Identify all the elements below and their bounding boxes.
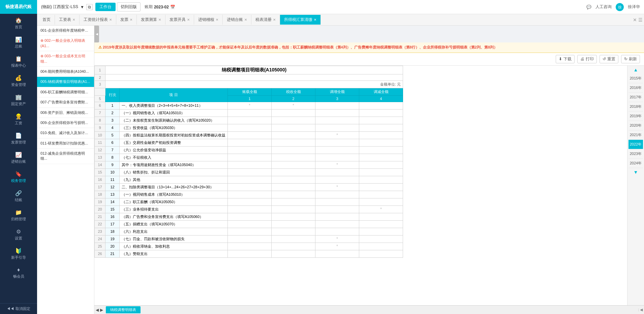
tab-home[interactable]: 首页 [38, 15, 55, 25]
row-c3-12[interactable] [315, 191, 359, 198]
row-c2-10[interactable] [272, 176, 315, 183]
row-c4-16[interactable] [359, 220, 403, 228]
row-c3-17[interactable] [315, 228, 359, 235]
row-c3-9[interactable] [315, 168, 359, 176]
calendar-icon[interactable]: 📅 [170, 5, 175, 9]
row-c3-11[interactable]: * [315, 183, 359, 191]
tab-close-icon-active[interactable]: ✕ [314, 18, 316, 22]
row-c4-10[interactable] [359, 176, 403, 183]
tab-invoice-open[interactable]: 发票开具✕ [165, 15, 194, 25]
left-panel-item-10[interactable]: 011-研发费用加计扣除优惠... [37, 138, 94, 149]
row-c3-15[interactable] [315, 213, 359, 220]
consult-label[interactable]: 人工咨询 [595, 4, 612, 10]
row-c3-4[interactable]: * [315, 131, 359, 139]
row-c3-0[interactable] [315, 102, 359, 109]
row-c2-2[interactable] [272, 117, 315, 124]
tab-invoice[interactable]: 发票✕ [116, 15, 137, 25]
row-c2-8[interactable] [272, 161, 315, 168]
row-c2-16[interactable] [272, 220, 315, 228]
left-panel-item-2[interactable]: ⊗ 003-一般企业成本支出明细... [37, 51, 94, 67]
left-panel-item-6[interactable]: 007-广告费和业务宣传费附... [37, 97, 94, 107]
row-c4-19[interactable] [359, 243, 403, 250]
tab-close-icon[interactable]: ✕ [216, 18, 218, 22]
sidebar-item-assets[interactable]: 🏢 固定资产 [0, 91, 37, 110]
tab-menu-icon[interactable]: ☰ [638, 17, 643, 23]
year-item-2015年[interactable]: 2015年 [628, 74, 643, 83]
row-c4-5[interactable] [359, 139, 403, 146]
sidebar-item-guide[interactable]: 🔰 新手引导 [0, 244, 37, 263]
row-c1-17[interactable] [228, 228, 272, 235]
year-item-2018年[interactable]: 2018年 [628, 102, 643, 112]
row-c2-14[interactable] [272, 206, 315, 213]
sidebar-item-archive[interactable]: 📁 归档管理 [0, 206, 37, 225]
row-c3-20[interactable] [315, 250, 359, 257]
tab-close-icon[interactable]: ✕ [273, 18, 276, 22]
row-c1-19[interactable] [228, 243, 272, 250]
row-c1-3[interactable] [228, 124, 272, 131]
left-panel-item-0[interactable]: 001-企业所得税年度纳税申... [37, 26, 94, 36]
tab-close-icon[interactable]: ✕ [109, 18, 112, 22]
row-c4-0[interactable] [359, 102, 403, 109]
row-c1-13[interactable] [228, 198, 272, 206]
row-c2-20[interactable] [272, 250, 315, 257]
tab-close-all-icon[interactable]: ✕ [633, 17, 637, 23]
row-c1-12[interactable] [228, 191, 272, 198]
row-c4-1[interactable] [359, 109, 403, 117]
row-c3-19[interactable]: * [315, 243, 359, 250]
row-c3-10[interactable] [315, 176, 359, 183]
row-c4-14[interactable]: * [359, 206, 403, 213]
row-c2-4[interactable] [272, 131, 315, 139]
row-c2-3[interactable] [272, 124, 315, 131]
row-c1-18[interactable] [228, 235, 272, 243]
row-c4-7[interactable] [359, 154, 403, 161]
year-item-2021年[interactable]: 2021年 [628, 130, 643, 140]
year-up-button[interactable]: ▲ [632, 66, 640, 74]
year-item-2024年[interactable]: 2024年 [628, 159, 643, 168]
row-c3-7[interactable] [315, 154, 359, 161]
row-c3-1[interactable] [315, 109, 359, 117]
sidebar-item-tax[interactable]: 🔖 税务管理 [0, 167, 37, 187]
sidebar-item-funds[interactable]: 💰 资金管理 [0, 71, 37, 91]
sidebar-item-payroll[interactable]: 👷 工资 [0, 110, 37, 129]
year-item-2022年[interactable]: 2022年 [628, 140, 643, 149]
row-c2-19[interactable] [272, 243, 315, 250]
left-panel-item-7[interactable]: 008-资产折旧、摊销及纳税... [37, 108, 94, 118]
row-c4-3[interactable] [359, 124, 403, 131]
tab-payroll[interactable]: 工资表✕ [55, 15, 80, 25]
tab-payroll-stats[interactable]: 工资统计报表✕ [80, 15, 116, 25]
row-c4-2[interactable] [359, 117, 403, 124]
spreadsheet-container[interactable]: 1 纳税调整项目明细表(A105000) 2 3 金额单位: 元 [94, 66, 627, 305]
sidebar-item-settings[interactable]: ⚙ 设置 [0, 225, 37, 244]
switch-old-button[interactable]: 切到旧版 [117, 2, 141, 11]
sidebar-item-close[interactable]: 🔗 结账 [0, 187, 37, 206]
sidebar-item-invoices[interactable]: 📄 发票管理 [0, 129, 37, 148]
row-c2-12[interactable] [272, 191, 315, 198]
row-c1-4[interactable] [228, 131, 272, 139]
row-c4-20[interactable] [359, 250, 403, 257]
row-c4-4[interactable] [359, 131, 403, 139]
print-button[interactable]: 🖨 打印 [577, 55, 597, 63]
sheet-nav-right-icon[interactable]: ▶ [100, 308, 103, 312]
sheet-nav-left-icon[interactable]: ◀ [96, 308, 99, 312]
row-c2-7[interactable] [272, 154, 315, 161]
row-c4-6[interactable] [359, 146, 403, 154]
row-c2-6[interactable] [272, 146, 315, 154]
tab-close-icon[interactable]: ✕ [130, 18, 132, 22]
row-c2-11[interactable] [272, 183, 315, 191]
row-c3-5[interactable] [315, 139, 359, 146]
row-c2-5[interactable] [272, 139, 315, 146]
left-panel-item-11[interactable]: 012-减免企业所得税优惠明细... [37, 149, 94, 164]
tab-check[interactable]: 进销稽核✕ [194, 15, 223, 25]
row-c1-11[interactable] [228, 183, 272, 191]
row-c3-8[interactable]: * [315, 161, 359, 168]
tab-income-tax[interactable]: 所得税汇算清缴✕ [280, 15, 321, 25]
tab-close-icon[interactable]: ✕ [158, 18, 161, 22]
left-panel-item-5[interactable]: 006-职工薪酬纳税调整明细... [37, 87, 94, 97]
row-c1-6[interactable] [228, 146, 272, 154]
row-c1-2[interactable] [228, 117, 272, 124]
year-item-2020年[interactable]: 2020年 [628, 121, 643, 130]
left-panel-item-3[interactable]: 004-期间费用明细表(A1040... [37, 67, 94, 77]
row-c4-18[interactable] [359, 235, 403, 243]
left-panel-item-8[interactable]: 009-企业所得税弥补亏损明... [37, 118, 94, 128]
row-c1-8[interactable] [228, 161, 272, 168]
